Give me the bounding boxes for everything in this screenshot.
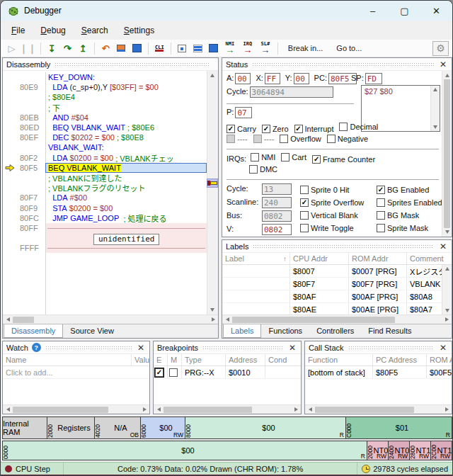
memory-segment-2800[interactable]: 2800NT1RW xyxy=(409,441,430,460)
sp-value[interactable]: FD xyxy=(365,73,382,84)
disasm-line[interactable]: KEY_DOWN: xyxy=(3,72,207,82)
disasm-instruction[interactable] xyxy=(45,283,207,293)
disasm-line[interactable]: VBLANK_WAIT: xyxy=(3,142,207,152)
close-panel-icon[interactable]: ✕ xyxy=(438,343,448,353)
disasm-instruction[interactable] xyxy=(45,223,207,233)
disasm-instruction[interactable]: ; $80E4 xyxy=(45,92,207,102)
scroll-thumb[interactable] xyxy=(164,407,252,413)
disasm-line[interactable] xyxy=(3,253,207,263)
menu-item-debug[interactable]: Debug xyxy=(33,22,73,39)
watch-add-row[interactable]: Click to add... xyxy=(3,366,149,379)
flag-blank[interactable]: ---- xyxy=(253,135,275,143)
scroll-right-arrow[interactable] xyxy=(139,405,149,414)
disasm-instruction[interactable] xyxy=(45,303,207,313)
labels-table-row[interactable]: $80F7$00F7 [PRG]VBLANK xyxy=(222,278,452,290)
disassembly-horizontal-scrollbar[interactable] xyxy=(3,314,218,324)
status-panel-header[interactable]: Status ✕ xyxy=(222,58,452,71)
disasm-line[interactable] xyxy=(3,264,207,273)
disasm-line[interactable]: ; VBLANKフラグのリセット xyxy=(3,183,207,193)
flag-large-sprites[interactable]: Large Sprites xyxy=(300,234,374,237)
memory-segment-2000[interactable]: 2000Registers xyxy=(47,417,94,438)
scroll-thumb[interactable] xyxy=(13,407,108,413)
memory-segment-0000[interactable]: 0000$00R xyxy=(3,441,367,460)
call-stack-panel-header[interactable]: Call Stack ✕ xyxy=(305,341,452,354)
disasm-line[interactable]: 80F5BEQ VBLANK_WAIT xyxy=(3,163,207,173)
scroll-thumb[interactable] xyxy=(13,317,34,323)
settings-gear-button[interactable]: ⚙ xyxy=(432,41,449,56)
disasm-line[interactable] xyxy=(3,293,207,303)
flag-sprite-0-hit[interactable]: Sprite 0 Hit xyxy=(300,183,374,196)
checkbox-dmc[interactable] xyxy=(249,165,258,174)
checkbox-overflow[interactable] xyxy=(280,135,288,143)
maximize-button[interactable]: ▢ xyxy=(389,1,420,21)
flag-overflow[interactable]: Overflow xyxy=(280,135,321,143)
run-one-frame-button[interactable] xyxy=(206,41,221,55)
step-back-frame-button[interactable] xyxy=(130,41,144,55)
run-to-scanline-button[interactable]: SL#→ xyxy=(257,40,274,55)
checkbox-bg-mask[interactable] xyxy=(377,211,385,220)
flag-bg-mask[interactable]: BG Mask xyxy=(377,209,444,222)
step-into-button[interactable]: ↧ xyxy=(45,41,59,55)
scroll-thumb[interactable] xyxy=(232,317,395,323)
memory-segment-2400[interactable]: 2400NT0RW xyxy=(388,441,409,460)
labels-column-cpu-addr[interactable]: CPU Addr xyxy=(290,253,349,264)
breakpoint-marked-checkbox[interactable] xyxy=(169,368,178,377)
scroll-thumb[interactable] xyxy=(315,407,414,413)
call-stack-column-pc-address[interactable]: PC Address xyxy=(373,354,427,366)
stack-scrollbar[interactable] xyxy=(430,86,440,131)
scroll-right-arrow[interactable] xyxy=(442,315,452,324)
scroll-left-arrow[interactable] xyxy=(305,405,315,414)
close-panel-icon[interactable]: ✕ xyxy=(287,343,297,353)
flag-blank[interactable]: ---- xyxy=(226,135,248,143)
breakpoint-row[interactable]: PRG:--X$0010 xyxy=(154,366,301,379)
disasm-line[interactable]: ; 下 xyxy=(3,103,207,113)
flag-negative[interactable]: Negative xyxy=(327,135,368,143)
status-vertical-scrollbar[interactable] xyxy=(442,71,452,237)
checkbox-sprite-0-hit[interactable] xyxy=(300,186,309,194)
scroll-thumb[interactable] xyxy=(444,79,450,228)
disasm-instruction[interactable] xyxy=(45,293,207,303)
disasm-line[interactable]: 80F9 STA $0200 = $00 xyxy=(3,203,207,212)
disasm-line[interactable]: 80ED BEQ VBLANK_WAIT ; $80E6 xyxy=(3,123,207,132)
call-stack-row[interactable]: [bottom of stack]$80F5$00F5 xyxy=(305,366,452,379)
checkbox-blank[interactable] xyxy=(253,135,262,143)
disasm-line[interactable]: ; VBLANKに到達した xyxy=(3,173,207,183)
memory-segment-2c00[interactable]: 2C00NT1RW xyxy=(430,441,452,460)
flag-dmc[interactable]: DMC xyxy=(249,165,277,174)
flag-decimal[interactable]: Decimal xyxy=(339,123,378,131)
help-icon[interactable]: ? xyxy=(32,343,41,352)
scroll-left-arrow[interactable] xyxy=(3,405,13,414)
memory-segment-6000[interactable]: 6000$00RW xyxy=(140,417,185,438)
call-stack-column-rom-address[interactable]: ROM Address xyxy=(427,354,452,366)
menu-item-file[interactable]: File xyxy=(4,22,33,39)
disasm-instruction[interactable]: LDA (c_sp+0),Y [$03FF] = $00 xyxy=(45,82,207,92)
disasm-instruction[interactable]: STA $0200 = $00 xyxy=(45,203,207,212)
scroll-left-arrow[interactable] xyxy=(154,405,164,414)
breakpoints-column-type[interactable]: Type xyxy=(182,354,226,366)
disasm-line[interactable]: 80F7 LDA #$00 xyxy=(3,193,207,203)
disasm-line[interactable] xyxy=(3,303,207,313)
watch-column-name[interactable]: Name xyxy=(3,354,132,366)
go-to-button[interactable]: Go to... xyxy=(330,44,368,52)
continue-button[interactable]: ▷ xyxy=(4,41,19,55)
scroll-up-arrow[interactable] xyxy=(207,71,217,80)
scroll-down-arrow[interactable] xyxy=(207,305,217,314)
run-to-irq-signal-button[interactable]: IRQ→ xyxy=(239,40,256,55)
disasm-line[interactable] xyxy=(3,283,207,293)
menu-item-settings[interactable]: Settings xyxy=(116,22,162,39)
memory-segment-c000[interactable]: C000$01R xyxy=(345,417,452,438)
call-stack-horizontal-scrollbar[interactable] xyxy=(305,404,452,414)
breakpoints-column-address[interactable]: Address xyxy=(226,354,265,366)
disasm-instruction[interactable]: BEQ VBLANK_WAIT xyxy=(45,163,207,173)
disassembly-vertical-scrollbar[interactable] xyxy=(207,71,218,314)
labels-column-label[interactable]: Label↑ xyxy=(222,253,290,264)
checkbox-vertical-blank[interactable] xyxy=(300,211,309,220)
memory-segment-2000[interactable]: 2000NT0RW xyxy=(367,441,388,460)
breakpoints-horizontal-scrollbar[interactable] xyxy=(154,404,301,414)
checkbox-carry[interactable] xyxy=(226,125,235,133)
checkbox-sprite-overflow[interactable] xyxy=(300,198,309,207)
breakpoint-enabled-checkbox[interactable] xyxy=(155,368,164,377)
scroll-right-arrow[interactable] xyxy=(291,405,301,414)
tab-disassembly[interactable]: Disassembly xyxy=(4,324,63,338)
disasm-instruction[interactable]: ; VBLANKフラグのリセット xyxy=(45,183,207,193)
